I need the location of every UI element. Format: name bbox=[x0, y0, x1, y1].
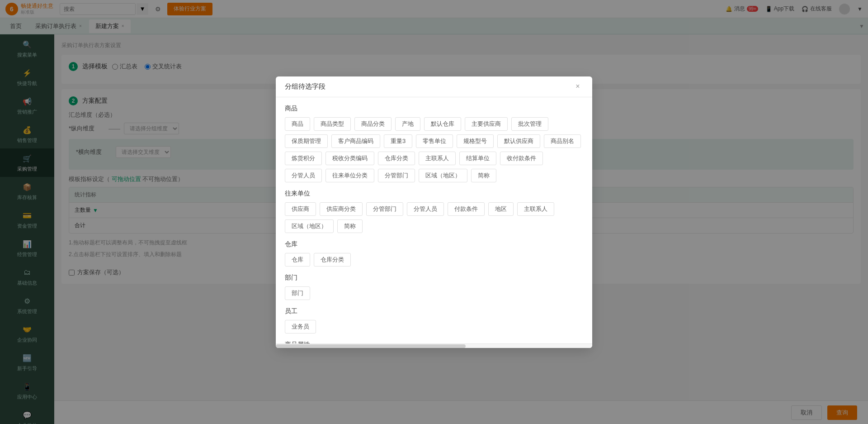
field-tag-区域（地区）[interactable]: 区域（地区） bbox=[419, 169, 467, 182]
field-tag-付款条件[interactable]: 付款条件 bbox=[448, 202, 485, 216]
field-tag-地区[interactable]: 地区 bbox=[488, 202, 514, 216]
field-tag-分管部门[interactable]: 分管部门 bbox=[366, 202, 403, 216]
field-tag-区域（地区）[interactable]: 区域（地区） bbox=[285, 219, 334, 233]
field-tag-简称[interactable]: 简称 bbox=[471, 169, 496, 182]
field-tag-重量3[interactable]: 重量3 bbox=[384, 134, 412, 148]
section-title-product: 商品 bbox=[285, 105, 583, 113]
field-tag-默认供应商[interactable]: 默认供应商 bbox=[497, 134, 540, 148]
field-grid-employee: 业务员 bbox=[285, 320, 583, 333]
field-tag-仓库分类[interactable]: 仓库分类 bbox=[378, 152, 415, 165]
section-title-department: 部门 bbox=[285, 274, 583, 282]
section-title-warehouse: 仓库 bbox=[285, 240, 583, 248]
field-tag-分管人员[interactable]: 分管人员 bbox=[407, 202, 444, 216]
field-tag-分管部门[interactable]: 分管部门 bbox=[378, 169, 415, 182]
field-tag-业务员[interactable]: 业务员 bbox=[285, 320, 316, 333]
field-tag-仓库分类[interactable]: 仓库分类 bbox=[314, 253, 351, 267]
field-section-employee: 员工业务员 bbox=[285, 307, 583, 333]
field-tag-炼货积分[interactable]: 炼货积分 bbox=[285, 152, 322, 165]
field-tag-商品类型[interactable]: 商品类型 bbox=[314, 117, 351, 131]
field-grid-product: 商品商品类型商品分类产地默认仓库主要供应商批次管理保质期管理客户商品编码重量3零… bbox=[285, 117, 583, 182]
field-tag-零售单位[interactable]: 零售单位 bbox=[416, 134, 453, 148]
field-tag-收付款条件[interactable]: 收付款条件 bbox=[500, 152, 543, 165]
modal-scrollbar-x[interactable] bbox=[276, 343, 592, 348]
field-tag-主联系人[interactable]: 主联系人 bbox=[517, 202, 554, 216]
field-tag-供应商[interactable]: 供应商 bbox=[285, 202, 316, 216]
field-tag-仓库[interactable]: 仓库 bbox=[285, 253, 310, 267]
field-section-partner: 往来单位供应商供应商分类分管部门分管人员付款条件地区主联系人区域（地区）简称 bbox=[285, 190, 583, 233]
field-tag-客户商品编码[interactable]: 客户商品编码 bbox=[331, 134, 380, 148]
field-tag-产地[interactable]: 产地 bbox=[395, 117, 420, 131]
field-tag-结算单位[interactable]: 结算单位 bbox=[459, 152, 496, 165]
field-tag-往来单位分类[interactable]: 往来单位分类 bbox=[326, 169, 374, 182]
field-tag-商品[interactable]: 商品 bbox=[285, 117, 310, 131]
modal-dialog: 分组待选字段 × 商品商品商品类型商品分类产地默认仓库主要供应商批次管理保质期管… bbox=[276, 76, 592, 348]
field-tag-保质期管理[interactable]: 保质期管理 bbox=[285, 134, 328, 148]
field-tag-部门[interactable]: 部门 bbox=[285, 286, 310, 300]
field-tag-税收分类编码[interactable]: 税收分类编码 bbox=[326, 152, 374, 165]
field-tag-简称[interactable]: 简称 bbox=[337, 219, 363, 233]
modal-scrollbar-x-thumb bbox=[276, 344, 466, 348]
modal-header: 分组待选字段 × bbox=[276, 76, 592, 97]
field-grid-department: 部门 bbox=[285, 286, 583, 300]
field-tag-主要供应商[interactable]: 主要供应商 bbox=[465, 117, 508, 131]
modal-body: 商品商品商品类型商品分类产地默认仓库主要供应商批次管理保质期管理客户商品编码重量… bbox=[276, 97, 592, 343]
field-grid-partner: 供应商供应商分类分管部门分管人员付款条件地区主联系人区域（地区）简称 bbox=[285, 202, 583, 233]
field-tag-主联系人[interactable]: 主联系人 bbox=[419, 152, 456, 165]
field-tag-商品别名[interactable]: 商品别名 bbox=[544, 134, 581, 148]
field-section-department: 部门部门 bbox=[285, 274, 583, 300]
modal-overlay: 分组待选字段 × 商品商品商品类型商品分类产地默认仓库主要供应商批次管理保质期管… bbox=[0, 0, 868, 424]
modal-title: 分组待选字段 bbox=[285, 82, 326, 91]
section-title-partner: 往来单位 bbox=[285, 190, 583, 198]
field-tag-供应商分类[interactable]: 供应商分类 bbox=[320, 202, 363, 216]
field-tag-商品分类[interactable]: 商品分类 bbox=[354, 117, 392, 131]
field-tag-分管人员[interactable]: 分管人员 bbox=[285, 169, 322, 182]
field-tag-批次管理[interactable]: 批次管理 bbox=[511, 117, 548, 131]
section-title-employee: 员工 bbox=[285, 307, 583, 315]
field-section-product: 商品商品商品类型商品分类产地默认仓库主要供应商批次管理保质期管理客户商品编码重量… bbox=[285, 105, 583, 182]
modal-close-btn[interactable]: × bbox=[572, 81, 583, 92]
field-section-warehouse: 仓库仓库仓库分类 bbox=[285, 240, 583, 267]
field-tag-默认仓库[interactable]: 默认仓库 bbox=[424, 117, 461, 131]
field-grid-warehouse: 仓库仓库分类 bbox=[285, 253, 583, 267]
field-tag-规格型号[interactable]: 规格型号 bbox=[457, 134, 494, 148]
